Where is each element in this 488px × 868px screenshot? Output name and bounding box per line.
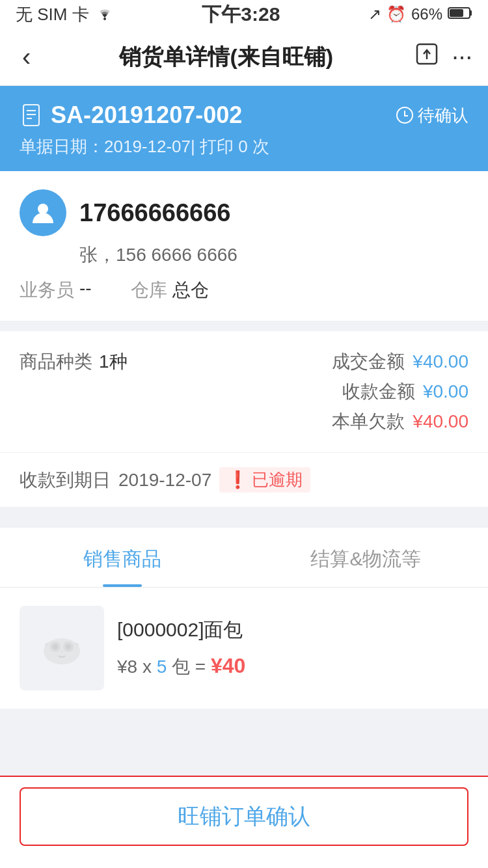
product-name: [0000002]面包 <box>117 617 468 644</box>
status-bar: 无 SIM 卡 下午3:28 ↗ ⏰ 66% <box>0 0 488 29</box>
warehouse-value: 总仓 <box>172 278 209 303</box>
svg-point-11 <box>38 204 48 214</box>
salesperson-item: 业务员 -- <box>20 278 92 303</box>
balance-line: 本单欠款 ¥40.00 <box>332 409 468 434</box>
overdue-icon: ❗ <box>227 470 248 490</box>
order-id: SA-20191207-002 <box>20 102 242 129</box>
svg-point-15 <box>53 644 58 649</box>
header-card: SA-20191207-002 待确认 单据日期：2019-12-07| 打印 … <box>0 86 488 171</box>
product-image <box>20 606 104 690</box>
receipt-amount-line: 收款金额 ¥0.00 <box>342 379 468 404</box>
avatar <box>20 189 66 236</box>
order-status: 待确认 <box>396 104 468 127</box>
divider-1 <box>0 321 488 331</box>
divider-2 <box>0 507 488 517</box>
location-icon: ↗ <box>368 5 381 23</box>
summary-section: 商品种类 1种 成交金额 ¥40.00 收款金额 ¥0.00 本单欠款 ¥40.… <box>0 331 488 452</box>
warehouse-label: 仓库 <box>131 278 167 303</box>
salesperson-label: 业务员 <box>20 278 74 303</box>
tab-sales-products[interactable]: 销售商品 <box>0 528 244 587</box>
svg-point-16 <box>66 644 71 649</box>
overdue-text: 已逾期 <box>252 468 303 491</box>
deal-amount-line: 成交金额 ¥40.00 <box>332 349 468 374</box>
payment-due-date: 2019-12-07 <box>118 470 211 491</box>
order-date: 单据日期：2019-12-07| 打印 0 次 <box>20 135 468 158</box>
svg-point-0 <box>103 18 106 20</box>
status-time: 下午3:28 <box>202 1 280 28</box>
alarm-icon: ⏰ <box>386 5 406 23</box>
customer-section: 17666666666 张，156 6666 6666 业务员 -- 仓库 总仓 <box>0 171 488 321</box>
nav-title: 销货单详情(来自旺铺) <box>37 42 415 72</box>
payment-due: 收款到期日 2019-12-07 ❗ 已逾期 <box>0 452 488 507</box>
carrier-text: 无 SIM 卡 <box>16 3 89 26</box>
status-left: 无 SIM 卡 <box>16 3 114 26</box>
confirm-order-button[interactable]: 旺铺订单确认 <box>20 787 468 846</box>
bottom-bar: 旺铺订单确认 <box>0 776 488 868</box>
customer-phone: 17666666666 <box>79 199 230 227</box>
tabs: 销售商品 结算&物流等 <box>0 528 488 588</box>
svg-rect-2 <box>470 10 472 16</box>
nav-right-actions: ··· <box>415 42 472 72</box>
status-right: ↗ ⏰ 66% <box>368 5 472 23</box>
wifi-icon <box>96 5 114 25</box>
amounts: 成交金额 ¥40.00 收款金额 ¥0.00 本单欠款 ¥40.00 <box>332 349 468 434</box>
product-list: [0000002]面包 ¥8 x 5 包 = ¥40 <box>0 588 488 709</box>
payment-due-label: 收款到期日 <box>20 468 111 493</box>
product-type: 商品种类 1种 <box>20 349 319 374</box>
customer-meta: 业务员 -- 仓库 总仓 <box>20 278 468 303</box>
product-info: [0000002]面包 ¥8 x 5 包 = ¥40 <box>117 606 468 690</box>
warehouse-item: 仓库 总仓 <box>131 278 209 303</box>
product-price-row: ¥8 x 5 包 = ¥40 <box>117 654 468 679</box>
svg-rect-3 <box>450 9 463 17</box>
tab-settlement-logistics[interactable]: 结算&物流等 <box>244 528 488 587</box>
back-button[interactable]: ‹ <box>16 36 37 78</box>
more-icon[interactable]: ··· <box>452 43 472 71</box>
nav-bar: ‹ 销货单详情(来自旺铺) ··· <box>0 29 488 86</box>
battery-text: 66% <box>411 5 442 23</box>
share-icon[interactable] <box>415 42 439 72</box>
salesperson-value: -- <box>79 278 92 303</box>
overdue-badge: ❗ 已逾期 <box>219 467 310 493</box>
customer-name: 张，156 6666 6666 <box>20 243 468 267</box>
product-item: [0000002]面包 ¥8 x 5 包 = ¥40 <box>0 588 488 709</box>
battery-icon <box>448 5 472 23</box>
